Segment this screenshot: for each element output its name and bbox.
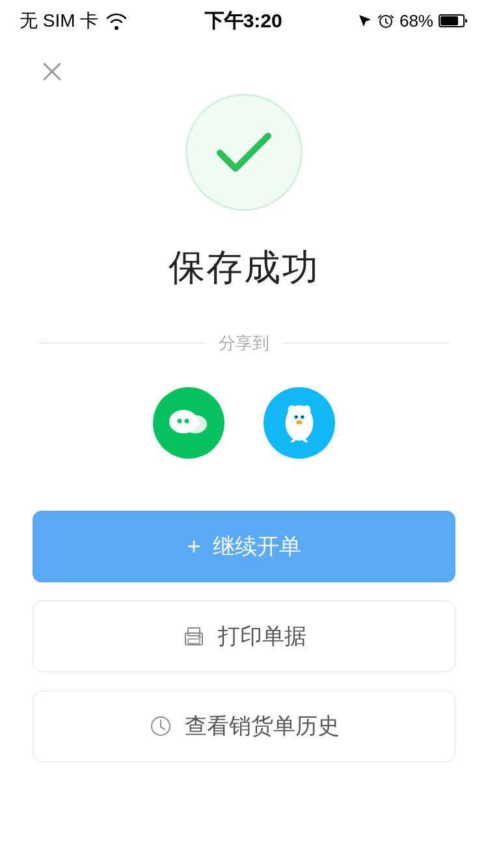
alarm-icon bbox=[377, 12, 394, 29]
wechat-icon bbox=[167, 403, 211, 442]
svg-rect-2 bbox=[441, 16, 458, 25]
battery-percent: 68% bbox=[400, 11, 433, 31]
share-divider: 分享到 bbox=[0, 332, 488, 355]
svg-point-25 bbox=[198, 636, 201, 638]
buttons-section: + 继续开单 打印单据 查看销货单历史 bbox=[0, 511, 488, 762]
history-icon bbox=[148, 714, 173, 739]
success-circle bbox=[185, 94, 303, 211]
share-row bbox=[153, 387, 335, 459]
battery-icon bbox=[439, 13, 468, 29]
print-label: 打印单据 bbox=[218, 621, 306, 651]
divider-line-right bbox=[282, 343, 449, 344]
svg-point-8 bbox=[185, 419, 189, 424]
sim-text: 无 SIM 卡 bbox=[20, 8, 98, 33]
continue-label: 继续开单 bbox=[213, 532, 301, 562]
svg-point-20 bbox=[288, 405, 296, 416]
wechat-share-button[interactable] bbox=[153, 387, 224, 459]
qq-share-button[interactable] bbox=[264, 387, 335, 459]
wifi-icon bbox=[105, 12, 128, 30]
location-icon bbox=[358, 14, 372, 28]
svg-point-19 bbox=[296, 420, 303, 424]
print-button[interactable]: 打印单据 bbox=[33, 601, 455, 672]
checkmark-icon bbox=[215, 129, 273, 175]
svg-rect-23 bbox=[188, 628, 200, 636]
status-left: 无 SIM 卡 bbox=[20, 8, 128, 33]
svg-point-17 bbox=[295, 416, 297, 418]
svg-point-18 bbox=[301, 416, 303, 418]
status-time: 下午3:20 bbox=[204, 8, 282, 34]
divider-line-left bbox=[39, 343, 206, 344]
history-label: 查看销货单历史 bbox=[185, 711, 340, 741]
svg-rect-24 bbox=[188, 639, 200, 644]
status-bar: 无 SIM 卡 下午3:20 68% bbox=[0, 0, 488, 42]
continue-icon: + bbox=[187, 533, 200, 560]
history-button[interactable]: 查看销货单历史 bbox=[33, 690, 455, 762]
status-right: 68% bbox=[358, 11, 468, 31]
main-content: 保存成功 分享到 bbox=[0, 42, 488, 762]
close-icon bbox=[40, 60, 64, 83]
share-label: 分享到 bbox=[206, 332, 282, 355]
svg-point-10 bbox=[197, 422, 200, 426]
svg-point-21 bbox=[303, 405, 311, 416]
success-title: 保存成功 bbox=[169, 243, 319, 293]
print-icon bbox=[182, 624, 206, 649]
close-button[interactable] bbox=[33, 52, 72, 91]
svg-point-9 bbox=[190, 422, 194, 426]
continue-button[interactable]: + 继续开单 bbox=[33, 511, 455, 582]
svg-point-7 bbox=[178, 419, 182, 424]
qq-icon bbox=[278, 400, 320, 446]
svg-point-6 bbox=[183, 415, 207, 433]
